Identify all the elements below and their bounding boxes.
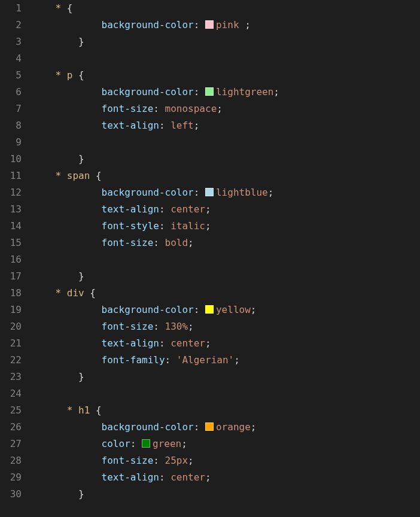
line-number: 25 bbox=[0, 402, 22, 419]
token-prop: background-color bbox=[102, 421, 194, 433]
token-selector: * h1 bbox=[67, 405, 96, 416]
code-line[interactable]: background-color: orange; bbox=[32, 419, 420, 436]
color-swatch-icon[interactable] bbox=[205, 20, 214, 29]
code-line[interactable]: text-align: left; bbox=[32, 117, 420, 134]
code-line[interactable] bbox=[32, 50, 420, 67]
token-semi: ; bbox=[273, 86, 279, 98]
token-value: 'Algerian' bbox=[176, 354, 234, 366]
line-number: 16 bbox=[0, 251, 22, 268]
line-number: 26 bbox=[0, 419, 22, 436]
code-line[interactable]: } bbox=[32, 486, 420, 503]
token-colon: : bbox=[194, 421, 205, 433]
token-brace: { bbox=[78, 69, 84, 81]
line-number: 28 bbox=[0, 452, 22, 469]
code-editor-content[interactable]: * { background-color: pink ; } * p { bac… bbox=[32, 0, 420, 517]
code-line[interactable]: font-family: 'Algerian'; bbox=[32, 352, 420, 369]
token-value: italic bbox=[171, 220, 205, 232]
code-line[interactable]: text-align: center; bbox=[32, 201, 420, 218]
line-number: 11 bbox=[0, 168, 22, 184]
token-prop: background-color bbox=[102, 86, 194, 98]
token-value: 25px bbox=[165, 455, 188, 466]
line-number: 17 bbox=[0, 268, 22, 285]
code-line[interactable]: * h1 { bbox=[32, 402, 420, 419]
token-colon: : bbox=[159, 337, 171, 349]
token-semi: ; bbox=[268, 187, 274, 198]
line-number: 13 bbox=[0, 201, 22, 218]
line-number: 27 bbox=[0, 436, 22, 452]
code-line[interactable]: background-color: lightgreen; bbox=[32, 84, 420, 101]
token-semi: ; bbox=[205, 203, 211, 215]
token-colon: : bbox=[194, 304, 205, 315]
token-semi: ; bbox=[245, 19, 251, 31]
code-line[interactable]: background-color: yellow; bbox=[32, 302, 420, 318]
code-line[interactable]: } bbox=[32, 151, 420, 168]
token-colon: : bbox=[194, 19, 205, 31]
line-number: 8 bbox=[0, 117, 22, 134]
token-brace: } bbox=[78, 36, 84, 47]
token-colon: : bbox=[194, 187, 205, 198]
token-prop: background-color bbox=[102, 304, 194, 315]
line-number: 24 bbox=[0, 385, 22, 402]
token-prop: text-align bbox=[102, 337, 159, 349]
code-line[interactable] bbox=[32, 134, 420, 151]
line-number: 19 bbox=[0, 302, 22, 318]
token-selector: * p bbox=[56, 69, 79, 81]
token-value: lightblue bbox=[216, 187, 268, 198]
line-number: 30 bbox=[0, 486, 22, 503]
line-number: 22 bbox=[0, 352, 22, 369]
token-colon: : bbox=[159, 203, 171, 215]
token-colon: : bbox=[159, 120, 171, 131]
token-prop: font-style bbox=[102, 220, 159, 232]
line-number-gutter: 1234567891011121314151617181920212223242… bbox=[0, 0, 32, 517]
token-colon: : bbox=[130, 438, 142, 449]
color-swatch-icon[interactable] bbox=[205, 305, 214, 314]
token-value: bold bbox=[165, 237, 188, 248]
token-prop: font-size bbox=[102, 103, 154, 114]
color-swatch-icon[interactable] bbox=[205, 422, 214, 431]
token-value: pink bbox=[216, 19, 245, 31]
line-number: 12 bbox=[0, 184, 22, 201]
code-line[interactable] bbox=[32, 251, 420, 268]
line-number: 10 bbox=[0, 151, 22, 168]
token-brace: } bbox=[78, 270, 84, 282]
color-swatch-icon[interactable] bbox=[205, 188, 214, 196]
color-swatch-icon[interactable] bbox=[142, 439, 150, 448]
code-line[interactable]: * p { bbox=[32, 67, 420, 84]
code-line[interactable]: } bbox=[32, 369, 420, 385]
token-prop: text-align bbox=[102, 203, 159, 215]
code-line[interactable]: font-size: monospace; bbox=[32, 101, 420, 117]
code-line[interactable]: } bbox=[32, 34, 420, 50]
token-value: monospace bbox=[165, 103, 217, 114]
token-prop: font-size bbox=[102, 237, 154, 248]
code-line[interactable]: * div { bbox=[32, 285, 420, 302]
line-number: 1 bbox=[0, 0, 22, 17]
code-line[interactable]: } bbox=[32, 268, 420, 285]
token-brace: { bbox=[96, 170, 102, 181]
line-number: 20 bbox=[0, 318, 22, 335]
line-number: 9 bbox=[0, 134, 22, 151]
code-line[interactable]: color: green; bbox=[32, 436, 420, 452]
token-brace: { bbox=[90, 287, 96, 299]
line-number: 29 bbox=[0, 469, 22, 486]
code-line[interactable]: font-style: italic; bbox=[32, 218, 420, 235]
code-line[interactable]: text-align: center; bbox=[32, 335, 420, 352]
token-value: orange bbox=[216, 421, 251, 433]
token-prop: background-color bbox=[102, 19, 194, 31]
code-line[interactable]: background-color: lightblue; bbox=[32, 184, 420, 201]
token-brace: } bbox=[78, 371, 84, 382]
token-value: center bbox=[171, 472, 205, 483]
code-line[interactable]: font-size: 130%; bbox=[32, 318, 420, 335]
code-line[interactable]: * span { bbox=[32, 168, 420, 184]
code-line[interactable]: * { bbox=[32, 0, 420, 17]
code-line[interactable]: font-size: bold; bbox=[32, 235, 420, 251]
code-line[interactable]: background-color: pink ; bbox=[32, 17, 420, 34]
line-number: 15 bbox=[0, 235, 22, 251]
token-semi: ; bbox=[217, 103, 223, 114]
token-value: 130% bbox=[165, 321, 188, 332]
token-semi: ; bbox=[205, 220, 211, 232]
color-swatch-icon[interactable] bbox=[205, 87, 214, 96]
code-line[interactable]: text-align: center; bbox=[32, 469, 420, 486]
code-line[interactable]: font-size: 25px; bbox=[32, 452, 420, 469]
code-line[interactable] bbox=[32, 385, 420, 402]
token-value: lightgreen bbox=[216, 86, 273, 98]
